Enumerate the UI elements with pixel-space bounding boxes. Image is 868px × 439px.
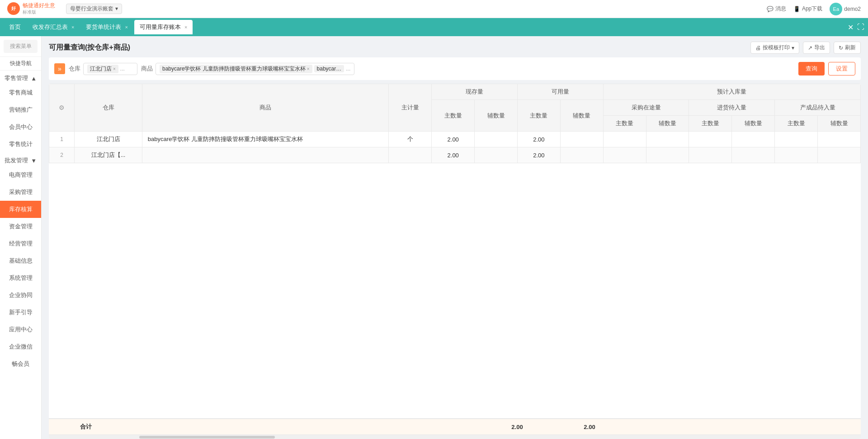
th-purchase-transit-main: 主数量 (603, 116, 646, 132)
sidebar-retail-label: 零售管理 (5, 74, 28, 82)
th-available-group: 可用量 (518, 84, 604, 100)
row-2-product (142, 147, 389, 163)
row-1-products-waiting-main (775, 132, 818, 147)
sidebar-item-marketing[interactable]: 营销推广 (0, 101, 41, 118)
app-download-btn[interactable]: 📱 App下载 (793, 5, 822, 13)
sidebar-item-purchase[interactable]: 采购管理 (0, 184, 41, 201)
th-current-aux: 辅数量 (475, 100, 518, 132)
sidebar-item-ecommerce[interactable]: 电商管理 (0, 166, 41, 184)
message-label: 消息 (775, 5, 786, 13)
row-2-unit (389, 147, 432, 163)
sidebar-item-enterprise-wechat[interactable]: 企业微信 (0, 338, 41, 355)
export-icon: ↗ (808, 45, 812, 51)
chevron-down-icon: ▼ (31, 157, 37, 164)
refresh-btn[interactable]: ↻ 刷新 (834, 42, 861, 54)
row-2-warehouse: 江北门店【... (75, 147, 142, 163)
row-1-products-waiting-aux (818, 132, 861, 147)
sidebar-quick-nav[interactable]: 快捷导航 (0, 57, 41, 71)
top-bar-right: 💬 消息 📱 App下载 Ea demo2 (767, 3, 861, 15)
product-filter-input[interactable]: babycare学饮杯 儿童防摔防撞吸管杯重力球吸嘴杯宝宝水杯 × babyca… (156, 63, 354, 75)
table-scroll[interactable]: ⚙ 仓库 商品 主计量 现存量 可用量 预计入库量 主数量 辅数量 (49, 84, 861, 418)
row-1-current-main: 2.00 (432, 132, 475, 147)
sidebar-item-base-info[interactable]: 基础信息 (0, 252, 41, 269)
warehouse-filter-label: 仓库 (69, 65, 80, 73)
page-actions: 🖨 按模板打印 ▾ ↗ 导出 ↻ 刷新 (750, 42, 861, 54)
warehouse-tag-text: 江北门店 (90, 65, 112, 73)
product-tag-2-text: babycar… (317, 66, 342, 72)
settings-btn[interactable]: 设置 (828, 62, 855, 76)
chevron-down-icon: ▾ (115, 5, 118, 12)
row-2-products-waiting-main (775, 147, 818, 163)
sidebar-retail-mall-label: 零售商城 (9, 89, 33, 97)
tab-order-stats-close[interactable]: × (125, 24, 127, 30)
sidebar-item-member[interactable]: 会员中心 (0, 118, 41, 136)
sidebar-item-inventory[interactable]: 库存核算 (0, 201, 41, 218)
tab-receipt-summary-close[interactable]: × (71, 24, 74, 30)
content-area: 可用量查询(按仓库+商品) 🖨 按模板打印 ▾ ↗ 导出 ↻ 刷新 » (42, 36, 868, 439)
th-products-waiting-main: 主数量 (775, 116, 818, 132)
sidebar-item-retail-stats[interactable]: 零售统计 (0, 136, 41, 153)
warehouse-filter-input[interactable]: 江北门店 × ... (83, 63, 137, 75)
sidebar-item-vip-member[interactable]: 畅会员 (0, 355, 41, 373)
tab-home[interactable]: 首页 (4, 20, 26, 34)
export-btn[interactable]: ↗ 导出 (803, 42, 830, 54)
tab-receipt-summary-label: 收发存汇总表 (33, 23, 68, 31)
footer-available-main: 2.00 (571, 423, 608, 431)
warehouse-tag-close[interactable]: × (113, 66, 116, 71)
row-1-warehouse: 江北门店 (75, 132, 142, 147)
row-2-available-main: 2.00 (518, 147, 561, 163)
table-row: 1 江北门店 babycare学饮杯 儿童防摔防撞吸管杯重力球吸嘴杯宝宝水杯 个… (49, 132, 861, 147)
sidebar-item-retail-mall[interactable]: 零售商城 (0, 84, 41, 101)
warehouse-filter-more[interactable]: ... (120, 66, 125, 72)
tab-available-inventory-label: 可用量库存账本 (140, 23, 181, 31)
sidebar-finance-label: 资金管理 (9, 222, 33, 231)
product-filter-more[interactable]: ... (346, 66, 350, 72)
sidebar-item-operations[interactable]: 经营管理 (0, 235, 41, 252)
logo-icon: 好 (7, 2, 20, 15)
print-template-btn[interactable]: 🖨 按模板打印 ▾ (750, 42, 799, 54)
avatar-text: Ea (833, 6, 839, 12)
sidebar-item-enterprise[interactable]: 企业协同 (0, 287, 41, 304)
logo-texts: 畅捷通好生意 标准版 (23, 2, 55, 15)
top-bar: 好 畅捷通好生意 标准版 母婴行业演示账套 ▾ 💬 消息 📱 App下载 Ea … (0, 0, 868, 18)
column-settings-icon[interactable]: ⚙ (59, 104, 65, 111)
sidebar-item-system[interactable]: 系统管理 (0, 269, 41, 287)
row-1-goods-waiting-main (689, 132, 732, 147)
sidebar-item-wholesale[interactable]: 批发管理 ▼ (0, 153, 41, 166)
sidebar-ecommerce-label: 电商管理 (9, 171, 33, 179)
sidebar-item-app-center[interactable]: 应用中心 (0, 321, 41, 338)
th-purchase-transit-aux: 辅数量 (646, 116, 689, 132)
sidebar-item-retail-management[interactable]: 零售管理 ▲ (0, 71, 41, 84)
row-2-num: 2 (49, 147, 75, 163)
tab-available-inventory-close[interactable]: × (184, 24, 187, 30)
message-btn[interactable]: 💬 消息 (767, 5, 786, 13)
sidebar-marketing-label: 营销推广 (9, 106, 33, 114)
query-btn[interactable]: 查询 (798, 62, 825, 76)
tab-order-stats[interactable]: 要货单统计表 × (80, 20, 133, 34)
close-window-icon[interactable]: ✕ (848, 23, 854, 32)
tab-receipt-summary[interactable]: 收发存汇总表 × (27, 20, 80, 34)
sidebar-vip-member-label: 畅会员 (12, 360, 29, 368)
sidebar-app-center-label: 应用中心 (9, 326, 33, 334)
sidebar-system-label: 系统管理 (9, 274, 33, 282)
sidebar-item-new-guide[interactable]: 新手引导 (0, 304, 41, 321)
th-current-stock-group: 现存量 (432, 84, 518, 100)
industry-label: 母婴行业演示账套 (70, 5, 113, 13)
app-icon: 📱 (793, 6, 800, 12)
sidebar-search-btn[interactable]: 搜索菜单 (4, 40, 38, 53)
product-tag-1-close[interactable]: × (307, 66, 310, 71)
user-profile[interactable]: Ea demo2 (830, 3, 861, 15)
row-1-purchase-transit-main (603, 132, 646, 147)
row-1-goods-waiting-aux (732, 132, 775, 147)
filter-toggle-btn[interactable]: » (54, 63, 65, 74)
th-purchase-transit-group: 采购在途量 (603, 100, 689, 116)
row-2-purchase-transit-main (603, 147, 646, 163)
industry-selector[interactable]: 母婴行业演示账套 ▾ (66, 4, 122, 14)
tab-available-inventory[interactable]: 可用量库存账本 × (134, 20, 193, 34)
data-table: ⚙ 仓库 商品 主计量 现存量 可用量 预计入库量 主数量 辅数量 (49, 84, 861, 163)
horizontal-scrollbar[interactable] (49, 434, 861, 439)
sidebar-item-finance[interactable]: 资金管理 (0, 218, 41, 235)
product-tag-1-text: babycare学饮杯 儿童防摔防撞吸管杯重力球吸嘴杯宝宝水杯 (162, 65, 306, 73)
expand-window-icon[interactable]: ⛶ (857, 23, 864, 31)
table-container: ⚙ 仓库 商品 主计量 现存量 可用量 预计入库量 主数量 辅数量 (49, 84, 861, 439)
